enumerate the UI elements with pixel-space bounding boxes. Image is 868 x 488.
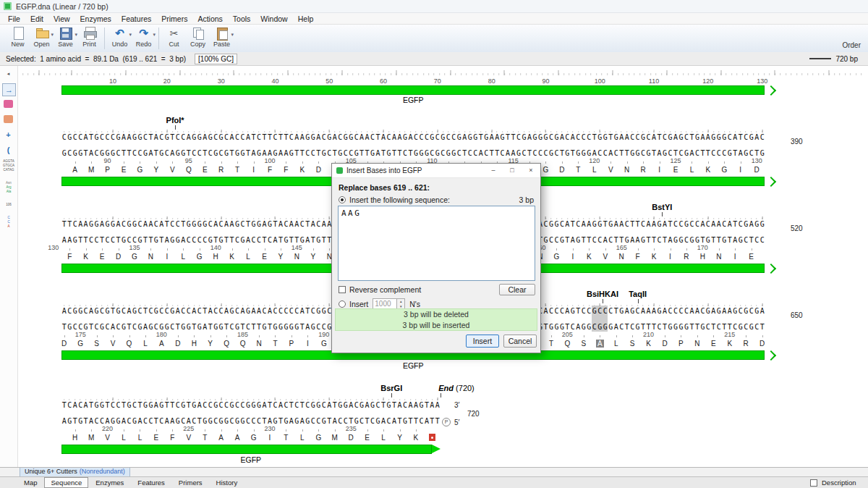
amino-acid[interactable]: L [298,434,306,442]
amino-acid[interactable]: L [688,166,696,174]
menu-tools[interactable]: Tools [228,14,256,23]
amino-acid[interactable]: P [677,340,685,348]
amino-acid[interactable]: G [130,253,138,261]
amino-acid[interactable]: D [114,253,122,261]
amino-acid[interactable]: E [98,253,106,261]
insert-button[interactable]: Insert [466,335,499,348]
insert-n-radio[interactable] [339,300,346,308]
amino-acid[interactable]: G [542,166,550,174]
translation-style-option[interactable]: AsnArgAla [1,181,17,194]
amino-acid[interactable]: P [287,340,295,348]
amino-acid[interactable]: N [147,253,155,261]
amino-acid[interactable]: I [304,340,312,348]
insert-sequence-radio[interactable] [339,196,346,203]
amino-acid[interactable]: L [590,166,598,174]
sequence-style-option[interactable]: AGGTAGTGCACATAG [1,159,17,172]
amino-acid[interactable]: N [715,253,723,261]
numbering-option[interactable]: 106 [1,203,17,207]
enzyme-label-PfoI[interactable]: PfoI* [132,116,218,125]
amino-acid[interactable]: Y [206,340,214,348]
dropdown-arrow-icon[interactable]: ▾ [231,32,234,38]
amino-acid[interactable]: Q [239,340,247,348]
amino-acid[interactable]: R [682,253,690,261]
amino-acid[interactable]: H [71,434,79,442]
amino-acid[interactable]: V [601,253,609,261]
amino-acid[interactable]: D [174,340,182,348]
amino-acid[interactable]: R [217,166,225,174]
view-tab-primers[interactable]: Primers [172,477,209,488]
amino-acid[interactable]: G [720,166,728,174]
amino-acid[interactable]: M [88,166,95,174]
amino-acid[interactable]: F [265,166,273,174]
amino-acid[interactable]: H [190,340,198,348]
menu-primers[interactable]: Primers [156,14,192,23]
amino-acid[interactable]: K [412,434,420,442]
amino-acid[interactable]: K [298,166,306,174]
menu-window[interactable]: Window [255,14,292,23]
amino-acid[interactable]: E [120,166,128,174]
amino-acid[interactable]: T [201,434,209,442]
top-strand[interactable]: CGCCATGCCCGAAGGCTACGTCCAGGAGCGCACCATCTTC… [62,133,765,141]
egfp-feature-bar[interactable] [61,85,765,95]
menu-enzymes[interactable]: Enzymes [75,14,116,23]
amino-acid[interactable]: D [661,340,669,348]
amino-acid[interactable]: D [347,434,355,442]
amino-acid[interactable]: T [271,340,279,348]
amino-acid[interactable]: T [282,434,290,442]
cut-button[interactable]: ✂Cut [162,26,186,48]
amino-acid[interactable]: V [184,434,192,442]
spinner-up-icon[interactable]: ▴ [397,299,404,304]
amino-acid[interactable]: L [120,434,128,442]
amino-acid[interactable]: L [136,434,144,442]
amino-acid[interactable]: E [710,340,718,348]
amino-acid[interactable]: L [380,434,388,442]
amino-acid[interactable]: I [163,253,171,261]
amino-acid[interactable]: S [579,340,587,348]
bottom-strand[interactable]: AGTGTACCAGGACGACCTCAAGCACTGGCGGCGGCCCTAG… [62,417,441,425]
view-tab-sequence[interactable]: Sequence [44,477,88,488]
save-button[interactable]: ▾Save [54,26,77,48]
dialog-titlebar[interactable]: Insert Bases into EGFP – □ × [332,164,540,178]
amino-acid[interactable]: A [234,434,242,442]
amino-acid[interactable]: V [169,166,176,174]
description-panel-checkbox[interactable] [810,479,817,487]
redo-button[interactable]: ↷▾Redo [132,26,156,48]
amino-acid[interactable]: Q [184,166,192,174]
menu-edit[interactable]: Edit [25,14,48,23]
amino-acid[interactable]: Q [223,340,231,348]
maximize-icon[interactable]: □ [503,164,522,177]
amino-acid[interactable]: H [212,253,220,261]
amino-acid[interactable]: G [136,166,144,174]
enzyme-label-End[interactable]: End (720) [413,384,500,392]
amino-acid[interactable]: R [742,340,750,348]
amino-acid[interactable]: K [726,340,733,348]
amino-acid[interactable]: I [569,253,576,261]
amino-acid[interactable]: L [141,340,149,348]
amino-acid[interactable]: D [315,166,323,174]
amino-acid[interactable]: S [93,340,101,348]
close-icon[interactable]: × [522,164,540,177]
amino-acid[interactable]: S [629,340,637,348]
amino-acid[interactable]: L [612,340,620,348]
enzyme-label-TaqII[interactable]: TaqII [595,290,681,298]
amino-acid[interactable]: Y [309,253,317,261]
amino-acid[interactable]: K [585,253,593,261]
amino-acid[interactable]: F [282,166,290,174]
amino-acid[interactable]: M [331,434,339,442]
amino-acid[interactable]: E [201,166,209,174]
amino-acid[interactable]: V [103,434,111,442]
minimize-icon[interactable]: – [484,164,503,177]
paste-button[interactable]: ▾Paste [210,26,234,48]
add-primer-tool[interactable]: + [2,129,14,140]
amino-acid[interactable]: D [758,340,766,348]
reverse-complement-checkbox[interactable] [339,286,346,293]
amino-acid[interactable]: H [699,253,707,261]
amino-acid[interactable]: G [320,340,328,348]
amino-acid[interactable]: N [693,340,701,348]
amino-acid[interactable]: Q [125,340,133,348]
amino-acid[interactable]: V [109,340,117,348]
amino-acid[interactable]: Y [152,166,160,174]
egfp-feature-bar[interactable] [61,445,432,454]
amino-acid[interactable]: K [650,253,658,261]
amino-acid[interactable]: N [255,340,263,348]
